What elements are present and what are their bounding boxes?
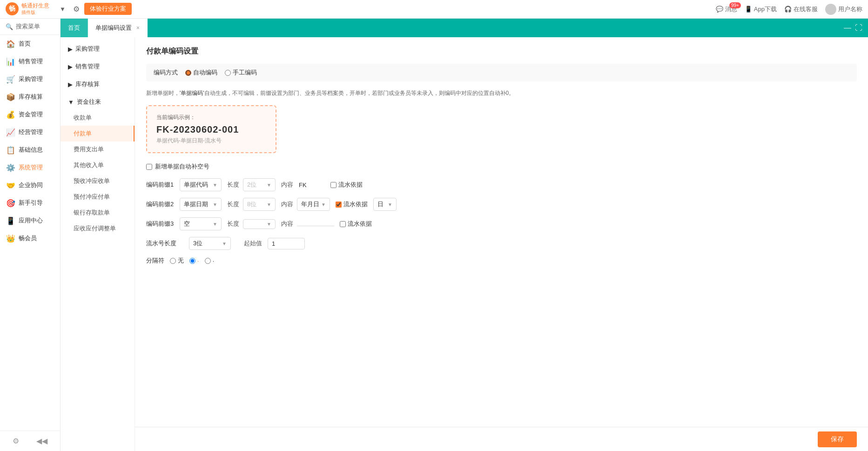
separator-row: 分隔符 无 · · [146,256,857,265]
chevron-right-icon2: ▶ [68,63,73,70]
start-value-input[interactable] [268,238,305,249]
sep-none-radio[interactable] [170,258,176,264]
serial-length-select[interactable]: 3位 ▼ [189,237,231,250]
system-icon: ⚙️ [7,163,15,172]
sep-dot-radio[interactable] [205,258,211,264]
length1-select[interactable]: 2位 ▼ [243,178,276,191]
sidebar-item-finance[interactable]: 💰 资金管理 [0,106,60,123]
auto-encode-radio[interactable] [185,70,191,76]
length3-select[interactable]: ▼ [243,219,276,229]
message-badge: 99+ [729,2,741,8]
logo-text: 畅通好生意 插件版 [21,2,49,15]
prefix3-select[interactable]: 空 ▼ [180,217,222,230]
save-button[interactable]: 保存 [818,431,857,447]
content3-value [297,222,334,226]
content1-value: FK [297,180,325,190]
auto-fill-label: 新增单据自动补空号 [155,162,209,171]
sidebar-item-sales[interactable]: 📊 销售管理 [0,53,60,70]
sidebar-item-basic[interactable]: 📋 基础信息 [0,141,60,159]
subnav-item-receivable-adjust[interactable]: 应收应付调整单 [61,221,135,236]
sidebar-item-purchase[interactable]: 🛒 采购管理 [0,70,60,88]
stream2-checkbox[interactable]: 流水依据 [336,200,368,209]
subnav-item-prepay-receive[interactable]: 预收冲应收单 [61,173,135,189]
subnav-item-expense[interactable]: 费用支出单 [61,141,135,157]
prefix2-row: 编码前缀2 单据日期 ▼ 长度 8位 ▼ [146,198,857,211]
prefix2-arrow-icon: ▼ [213,202,217,207]
day-select[interactable]: 日 ▼ [373,198,397,211]
stream3-input[interactable] [340,221,346,227]
subnav-item-payment[interactable]: 付款单 [61,126,135,141]
subnav-item-prepay-pay[interactable]: 预付冲应付单 [61,189,135,205]
auto-fill-checkbox[interactable] [146,164,152,170]
auto-encode-option[interactable]: 自动编码 [185,68,217,77]
subnav-inventory-title[interactable]: ▶ 库存核算 [61,76,135,92]
sidebar-item-coop[interactable]: 🤝 企业协同 [0,176,60,194]
subnav-item-other-income[interactable]: 其他收入单 [61,157,135,173]
manual-encode-option[interactable]: 手工编码 [225,68,257,77]
subnav-group-purchase: ▶ 采购管理 [61,41,135,57]
length2-select[interactable]: 8位 ▼ [243,198,276,211]
subnav-item-bank-deposit[interactable]: 银行存取款单 [61,205,135,221]
length2-label: 长度 [227,200,239,209]
manual-encode-radio[interactable] [225,70,231,76]
form-area: 付款单编码设置 编码方式 自动编码 手工编码 [135,37,868,451]
search-menu-btn[interactable]: 🔍 搜索菜单 [0,19,60,35]
sidebar-item-home[interactable]: 🏠 首页 [0,35,60,53]
stream1-input[interactable] [330,182,336,188]
length2-group: 长度 8位 ▼ [227,198,276,211]
experience-button[interactable]: 体验行业方案 [84,3,132,15]
logo: 畅 畅通好生意 插件版 [6,2,49,15]
encoding-method-label: 编码方式 [154,68,178,77]
sidebar-item-inventory[interactable]: 📦 库存核算 [0,88,60,106]
subnav-item-receipt[interactable]: 收款单 [61,110,135,126]
form-page: 付款单编码设置 编码方式 自动编码 手工编码 [135,37,868,427]
sep-none-option[interactable]: 无 [170,256,184,265]
stream1-checkbox[interactable]: 流水依据 [330,181,363,189]
prefix3-arrow-icon: ▼ [213,222,217,227]
chevron-right-icon: ▶ [68,46,73,53]
guide-icon: 🎯 [7,199,15,207]
online-service-btn[interactable]: 🎧 在线客服 [784,5,818,13]
sep-dash-option[interactable]: · [189,257,199,264]
operation-icon: 📈 [7,128,15,136]
purchase-icon: 🛒 [7,75,15,83]
subnav-sales-title[interactable]: ▶ 销售管理 [61,59,135,74]
prefix2-select[interactable]: 单据日期 ▼ [180,198,222,211]
apps-icon: 📱 [7,216,15,225]
prefix1-select[interactable]: 单据代码 ▼ [180,178,222,191]
subnav-capital-title[interactable]: ▼ 资金往来 [61,94,135,110]
tab-home[interactable]: 首页 [61,19,88,37]
length1-group: 长度 2位 ▼ [227,178,276,191]
sidebar-item-guide[interactable]: 🎯 新手引导 [0,194,60,212]
sales-icon: 📊 [7,57,15,66]
tab-encoding-settings[interactable]: 单据编码设置 × [88,19,148,37]
serial-row: 流水号长度 3位 ▼ 起始值 [146,237,857,250]
tab-close-btn[interactable]: × [136,25,140,31]
logo-icon: 畅 [6,2,19,15]
message-btn[interactable]: 💬 消息 99+ [716,5,737,13]
length2-arrow-icon: ▼ [267,202,271,207]
content1-label: 内容 [281,181,293,189]
basic-icon: 📋 [7,146,15,154]
content2-select[interactable]: 年月日 ▼ [297,198,330,211]
maximize-btn[interactable]: ⛶ [855,24,862,32]
sidebar-item-apps[interactable]: 📱 应用中心 [0,212,60,229]
info-text: 新增单据时，'单据编码'自动生成，不可编辑，前缀设置为部门、业务员等档案类，开单… [146,89,857,98]
app-download-btn[interactable]: 📱 App下载 [745,5,777,13]
sidebar-item-member[interactable]: 👑 畅会员 [0,229,60,247]
sep-dash-radio[interactable] [189,258,195,264]
stream3-checkbox[interactable]: 流水依据 [340,220,372,228]
sidebar-item-operation[interactable]: 📈 经营管理 [0,123,60,141]
tabbar-actions: — ⛶ [838,24,868,32]
settings-icon[interactable]: ⚙ [70,4,82,14]
subnav-purchase-title[interactable]: ▶ 采购管理 [61,41,135,57]
sidebar-collapse-btn[interactable]: ◀◀ [34,435,49,447]
stream2-input[interactable] [336,202,342,208]
user-info[interactable]: 用户名称 [825,4,862,15]
sidebar-settings-btn[interactable]: ⚙ [11,435,21,447]
serial-length-arrow-icon: ▼ [222,241,227,246]
nav-dropdown-btn[interactable]: ▼ [57,5,68,13]
sidebar-item-system[interactable]: ⚙️ 系统管理 [0,159,60,176]
minimize-btn[interactable]: — [844,24,851,32]
sep-dot-option[interactable]: · [205,257,215,264]
